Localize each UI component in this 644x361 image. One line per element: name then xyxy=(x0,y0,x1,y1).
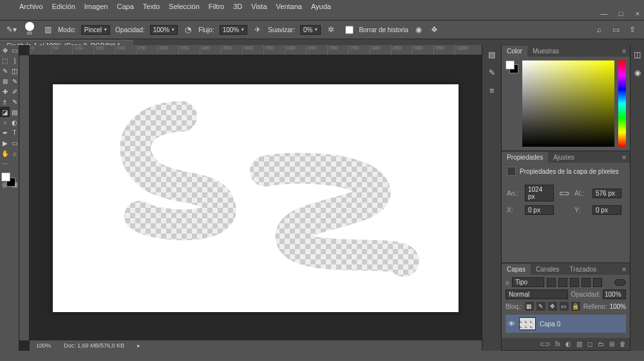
zoom-tool[interactable]: ⌕ xyxy=(10,148,19,158)
smoothing-dropdown[interactable]: 0% xyxy=(300,25,321,35)
eyedropper-tool[interactable]: ✎ xyxy=(10,76,19,86)
minimize-button[interactable]: — xyxy=(600,10,608,17)
learn-icon[interactable]: ◉ xyxy=(632,67,643,79)
height-input[interactable]: 576 px xyxy=(592,189,621,198)
ruler-vertical[interactable] xyxy=(19,55,30,340)
filter-shape-icon[interactable] xyxy=(582,278,591,287)
brushes-panel-icon[interactable]: ✎ xyxy=(486,67,498,79)
artboard-tool[interactable]: ▭ xyxy=(10,45,19,55)
layer-row[interactable]: 👁 Capa 0 xyxy=(506,315,626,333)
fx-icon[interactable]: fx xyxy=(555,340,560,347)
gradient-tool[interactable]: ▤ xyxy=(10,107,19,117)
workspace-icon[interactable]: ▭ xyxy=(611,24,621,35)
flow-dropdown[interactable]: 100% xyxy=(220,25,248,35)
menu-seleccion[interactable]: Selección xyxy=(169,3,200,10)
eraser-tool[interactable]: ◪ xyxy=(0,107,10,117)
hue-slider[interactable] xyxy=(618,60,626,147)
lasso-tool[interactable]: ⟆ xyxy=(10,55,19,66)
brush-tool[interactable]: ✐ xyxy=(10,86,19,97)
width-input[interactable]: 1024 px xyxy=(525,185,554,201)
move-tool[interactable]: ✥ xyxy=(0,45,10,55)
blend-mode-dropdown[interactable]: Normal xyxy=(506,290,568,299)
lock-artboard-icon[interactable]: ▭ xyxy=(560,302,569,311)
tool-preset-icon[interactable]: ✎▾ xyxy=(6,24,17,35)
quick-select-tool[interactable]: ✎ xyxy=(0,66,10,76)
tab-layers[interactable]: Capas xyxy=(502,264,531,275)
group-icon[interactable]: ◻ xyxy=(587,340,592,347)
clone-tool[interactable]: ± xyxy=(0,97,10,107)
path-select-tool[interactable]: ▶ xyxy=(0,138,10,148)
actions-panel-icon[interactable]: ≡ xyxy=(486,85,498,97)
healing-tool[interactable]: ✚ xyxy=(0,86,10,97)
pen-tool[interactable]: ✒ xyxy=(0,127,10,138)
layer-name[interactable]: Capa 0 xyxy=(540,320,560,328)
folder-icon[interactable]: 🗀 xyxy=(598,340,604,347)
doc-info-arrow-icon[interactable]: ▸ xyxy=(137,342,140,349)
link-layers-icon[interactable]: ⊂⊃ xyxy=(540,340,550,347)
maximize-button[interactable]: □ xyxy=(617,10,625,17)
pressure-size-icon[interactable]: ◉ xyxy=(413,24,424,35)
layers-menu-icon[interactable]: ≡ xyxy=(618,266,630,273)
search-icon[interactable]: ⌕ xyxy=(594,24,604,35)
type-tool[interactable]: T xyxy=(10,127,19,138)
shape-tool[interactable]: ▭ xyxy=(10,138,19,148)
brush-panel-icon[interactable]: ▥ xyxy=(43,24,53,35)
filter-text-icon[interactable] xyxy=(570,278,579,287)
menu-ventana[interactable]: Ventana xyxy=(276,3,302,10)
mode-dropdown[interactable]: Pincel xyxy=(81,25,110,35)
zoom-level[interactable]: 100% xyxy=(36,342,51,349)
edit-toolbar[interactable]: ⋯ xyxy=(0,158,10,169)
adjustment-icon[interactable]: ▥ xyxy=(576,340,582,347)
erase-history-checkbox[interactable] xyxy=(345,26,354,34)
lock-position-icon[interactable]: ✥ xyxy=(548,302,557,311)
history-brush-tool[interactable]: ✎ xyxy=(10,97,19,107)
opacity-dropdown[interactable]: 100% xyxy=(150,25,178,35)
menu-texto[interactable]: Texto xyxy=(143,3,160,10)
libraries-icon[interactable]: ◫ xyxy=(632,49,643,60)
tab-channels[interactable]: Canales xyxy=(531,264,565,275)
pressure-opacity-icon[interactable]: ◔ xyxy=(183,24,193,35)
menu-filtro[interactable]: Filtro xyxy=(209,3,224,10)
hand-tool[interactable]: ✋ xyxy=(0,148,10,158)
tab-color[interactable]: Color xyxy=(502,46,527,57)
close-button[interactable]: × xyxy=(634,10,641,17)
fg-color-icon[interactable] xyxy=(506,60,515,69)
color-panel-menu-icon[interactable]: ≡ xyxy=(618,48,630,55)
properties-menu-icon[interactable]: ≡ xyxy=(618,154,630,161)
blur-tool[interactable]: ○ xyxy=(0,117,10,127)
dodge-tool[interactable]: ◐ xyxy=(10,117,19,127)
color-swatches[interactable] xyxy=(0,171,19,189)
history-panel-icon[interactable]: ▤ xyxy=(486,49,498,60)
menu-vista[interactable]: Vista xyxy=(251,3,267,10)
menu-3d[interactable]: 3D xyxy=(233,3,242,10)
filter-pixel-icon[interactable] xyxy=(547,278,556,287)
new-layer-icon[interactable]: ⊞ xyxy=(609,340,614,347)
tab-swatches[interactable]: Muestras xyxy=(527,46,564,57)
smoothing-gear-icon[interactable]: ✲ xyxy=(326,24,336,35)
tab-adjustments[interactable]: Ajustes xyxy=(548,152,580,163)
frame-tool[interactable]: ⊠ xyxy=(0,76,10,86)
share-icon[interactable]: ⇪ xyxy=(627,24,638,35)
menu-capa[interactable]: Capa xyxy=(117,3,133,10)
airbrush-icon[interactable]: ✈ xyxy=(252,24,263,35)
symmetry-icon[interactable]: ❖ xyxy=(429,24,439,35)
doc-info[interactable]: Doc: 1,69 MB/576,0 KB xyxy=(64,342,124,349)
canvas[interactable] xyxy=(53,84,459,312)
crop-tool[interactable]: ◫ xyxy=(10,66,19,76)
filter-kind-dropdown[interactable]: Tipo xyxy=(512,277,544,287)
color-spectrum[interactable] xyxy=(522,60,614,147)
lock-pixels-icon[interactable]: ✎ xyxy=(536,302,545,311)
tab-paths[interactable]: Trazados xyxy=(565,264,601,275)
filter-kind-icon[interactable]: ⌕ xyxy=(506,279,509,286)
color-panel-swatches[interactable] xyxy=(506,60,518,73)
filter-adjust-icon[interactable] xyxy=(558,278,567,287)
layer-thumbnail[interactable] xyxy=(519,317,536,330)
delete-layer-icon[interactable]: 🗑 xyxy=(620,340,626,347)
fill-input[interactable]: 100% xyxy=(609,303,626,310)
marquee-tool[interactable]: ⬚ xyxy=(0,55,10,66)
visibility-icon[interactable]: 👁 xyxy=(508,320,515,328)
menu-ayuda[interactable]: Ayuda xyxy=(311,3,331,10)
lock-all-icon[interactable]: 🔒 xyxy=(571,302,580,311)
mask-icon[interactable]: ◐ xyxy=(565,340,571,347)
layer-opacity-input[interactable]: 100% xyxy=(603,290,626,299)
